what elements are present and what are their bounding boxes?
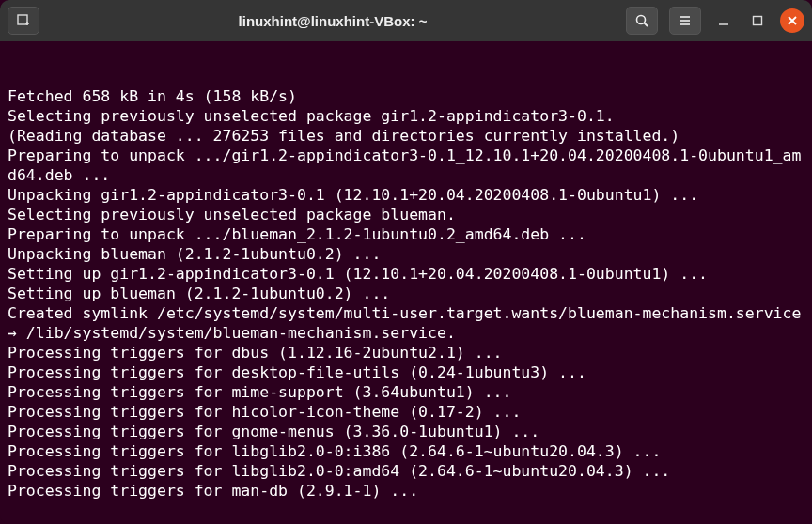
terminal-line: Created symlink /etc/systemd/system/mult…: [8, 303, 804, 343]
terminal-line: Fetched 658 kB in 4s (158 kB/s): [8, 86, 804, 106]
svg-point-3: [637, 16, 646, 24]
terminal-window: linuxhint@linuxhint-VBox: ~: [0, 0, 812, 524]
terminal-line: Processing triggers for gnome-menus (3.3…: [8, 422, 804, 441]
terminal-line: Setting up blueman (2.1.2-1ubuntu0.2) ..…: [8, 284, 804, 303]
minimize-icon: [718, 15, 729, 26]
terminal-line: Preparing to unpack .../blueman_2.1.2-1u…: [8, 224, 804, 244]
close-icon: [787, 15, 798, 26]
terminal-line: Processing triggers for dbus (1.12.16-2u…: [8, 343, 804, 362]
terminal-line: Unpacking gir1.2-appindicator3-0.1 (12.1…: [8, 185, 804, 205]
minimize-button[interactable]: [712, 9, 735, 32]
terminal-line: Preparing to unpack .../gir1.2-appindica…: [8, 146, 804, 185]
maximize-icon: [752, 15, 763, 26]
close-button[interactable]: [780, 8, 804, 33]
terminal-line: Processing triggers for desktop-file-uti…: [8, 362, 804, 382]
terminal-body[interactable]: Fetched 658 kB in 4s (158 kB/s)Selecting…: [0, 41, 812, 524]
search-button[interactable]: [626, 7, 658, 35]
terminal-line: Setting up gir1.2-appindicator3-0.1 (12.…: [8, 264, 804, 284]
terminal-line: Selecting previously unselected package …: [8, 205, 804, 224]
terminal-line: Unpacking blueman (2.1.2-1ubuntu0.2) ...: [8, 244, 804, 264]
terminal-line: Processing triggers for libglib2.0-0:amd…: [8, 461, 804, 481]
new-tab-icon: [16, 13, 31, 28]
maximize-button[interactable]: [746, 9, 769, 32]
new-tab-button[interactable]: [8, 7, 39, 35]
terminal-line: Selecting previously unselected package …: [8, 106, 804, 126]
window-title: linuxhint@linuxhint-VBox: ~: [47, 13, 618, 29]
terminal-line: Processing triggers for libglib2.0-0:i38…: [8, 441, 804, 461]
terminal-line: Processing triggers for mime-support (3.…: [8, 382, 804, 402]
titlebar-left: [8, 7, 39, 35]
terminal-line: (Reading database ... 276253 files and d…: [8, 126, 804, 146]
hamburger-icon: [678, 13, 693, 28]
terminal-output: Fetched 658 kB in 4s (158 kB/s)Selecting…: [8, 86, 804, 501]
terminal-line: Processing triggers for hicolor-icon-the…: [8, 402, 804, 422]
titlebar: linuxhint@linuxhint-VBox: ~: [0, 0, 812, 41]
terminal-line: Processing triggers for man-db (2.9.1-1)…: [8, 481, 804, 501]
titlebar-right: [626, 7, 804, 35]
svg-rect-9: [754, 17, 762, 25]
search-icon: [634, 13, 649, 28]
menu-button[interactable]: [669, 7, 701, 35]
svg-line-4: [645, 23, 648, 27]
